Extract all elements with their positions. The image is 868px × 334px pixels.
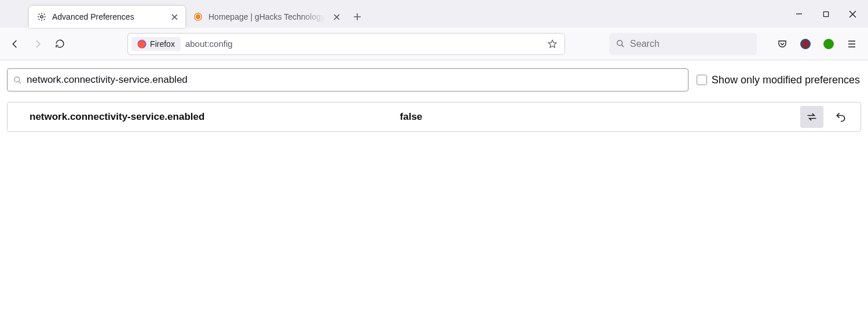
show-modified-label: Show only modified preferences: [712, 74, 860, 86]
toolbar-right: [772, 34, 862, 54]
forward-button[interactable]: [28, 34, 47, 54]
window-controls: [786, 0, 866, 28]
show-modified-checkbox[interactable]: Show only modified preferences: [697, 74, 861, 86]
shield-icon: [800, 39, 811, 49]
gear-icon: [37, 12, 46, 21]
bookmark-star-button[interactable]: [544, 35, 561, 53]
preference-actions: [800, 106, 860, 128]
tab-advanced-preferences[interactable]: Advanced Preferences: [29, 6, 185, 28]
app-menu-button[interactable]: [841, 34, 862, 54]
tab-ghacks-homepage[interactable]: Homepage | gHacks Technology News: [185, 6, 347, 28]
back-button[interactable]: [6, 34, 25, 54]
about-config-content: Show only modified preferences network.c…: [0, 60, 868, 140]
profile-button[interactable]: [818, 34, 839, 54]
toggle-button[interactable]: [800, 106, 823, 128]
search-input[interactable]: [630, 39, 750, 49]
svg-point-0: [41, 16, 43, 18]
url-text: about:config: [185, 39, 544, 49]
search-icon: [13, 76, 22, 85]
tab-title: Advanced Preferences: [52, 12, 163, 21]
profile-avatar-icon: [823, 39, 834, 49]
preference-name: network.connectivity-service.enabled: [8, 111, 400, 123]
preference-value: false: [400, 111, 800, 123]
new-tab-button[interactable]: [347, 6, 367, 28]
preference-search-input[interactable]: [27, 74, 682, 86]
preference-table: network.connectivity-service.enabled fal…: [7, 102, 861, 132]
undo-icon: [835, 111, 847, 123]
toggle-icon: [806, 111, 818, 123]
svg-point-5: [14, 76, 20, 82]
tab-title: Homepage | gHacks Technology News: [208, 12, 325, 21]
navigation-toolbar: Firefox about:config: [0, 28, 868, 60]
close-icon[interactable]: [331, 12, 342, 22]
pocket-button[interactable]: [772, 34, 793, 54]
preference-search-box[interactable]: [7, 68, 688, 91]
svg-rect-2: [823, 12, 828, 16]
filter-row: Show only modified preferences: [7, 68, 861, 91]
tab-bar: Advanced Preferences Homepage | gHacks T…: [0, 0, 868, 28]
identity-box[interactable]: Firefox: [131, 37, 181, 51]
ghacks-icon: [193, 12, 203, 21]
search-icon: [616, 39, 625, 48]
preference-row[interactable]: network.connectivity-service.enabled fal…: [8, 102, 860, 131]
reload-button[interactable]: [50, 34, 69, 54]
identity-label: Firefox: [150, 39, 175, 49]
search-bar[interactable]: [609, 33, 757, 55]
ublock-button[interactable]: [795, 34, 816, 54]
url-bar[interactable]: Firefox about:config: [127, 33, 565, 55]
firefox-icon: [137, 39, 147, 49]
window-close-button[interactable]: [839, 3, 866, 25]
reset-button[interactable]: [829, 106, 852, 128]
checkbox-icon: [697, 75, 707, 85]
svg-point-4: [617, 41, 622, 46]
window-minimize-button[interactable]: [786, 3, 812, 25]
close-icon[interactable]: [169, 12, 180, 22]
window-maximize-button[interactable]: [812, 3, 839, 25]
